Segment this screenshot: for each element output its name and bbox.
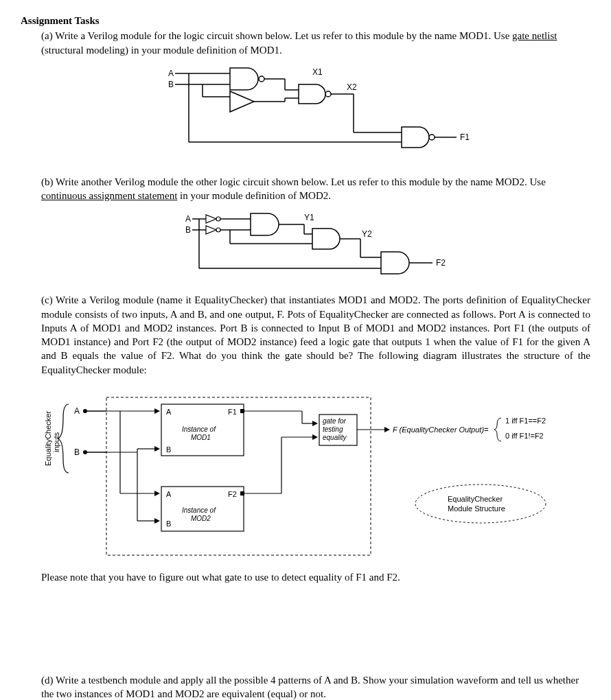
circuit-a-svg: A B X1 X2 xyxy=(127,64,484,167)
c-bubble1: EqualityChecker xyxy=(448,495,503,503)
label-a: A xyxy=(168,69,174,78)
label-a-b: A xyxy=(185,214,191,224)
side-label-2: inputs xyxy=(52,432,60,452)
task-c-label: (c) xyxy=(41,294,53,305)
c-gate3: equality xyxy=(323,434,347,441)
task-c-text: Write a Verilog module (name it Equality… xyxy=(41,294,590,375)
label-y2: Y2 xyxy=(362,229,372,239)
task-b-text-before: Write another Verilog module the other l… xyxy=(54,176,546,187)
c-mod2-name2: MOD2 xyxy=(191,515,211,522)
task-b: (b) Write another Verilog module the oth… xyxy=(41,175,590,203)
c-out-line2: 0 iff F1!=F2 xyxy=(505,432,544,440)
c-mod1-b: B xyxy=(166,445,171,454)
page-title: Assignment Tasks xyxy=(21,14,590,27)
svg-rect-55 xyxy=(240,409,244,413)
svg-point-43 xyxy=(83,450,87,454)
task-b-underlined: continuous assignment statement xyxy=(41,190,177,201)
structure-c-svg: EqualityChecker inputs A B A B F1 Instan… xyxy=(41,384,590,562)
circuit-b-svg: A B Y1 Y2 F2 xyxy=(148,209,463,285)
svg-marker-61 xyxy=(154,491,160,496)
diagram-a: A B X1 X2 xyxy=(21,64,590,167)
c-mod1-name: Instance of xyxy=(182,425,216,433)
label-b-b: B xyxy=(185,225,191,235)
svg-point-19 xyxy=(429,135,435,140)
c-mod1-name2: MOD1 xyxy=(191,434,211,441)
svg-marker-69 xyxy=(312,434,318,440)
task-c-note: Please note that you have to figure out … xyxy=(41,570,590,584)
svg-point-73 xyxy=(415,485,546,523)
svg-point-13 xyxy=(325,91,331,97)
diagram-b: A B Y1 Y2 F2 xyxy=(21,209,590,285)
svg-rect-65 xyxy=(240,491,244,495)
task-d-label: (d) xyxy=(41,675,54,686)
c-mod1-f1: F1 xyxy=(228,408,237,416)
svg-marker-26 xyxy=(206,226,216,234)
label-f1: F1 xyxy=(460,132,470,142)
c-mod1-a: A xyxy=(166,408,172,416)
c-label-b: B xyxy=(74,447,80,457)
svg-marker-59 xyxy=(312,421,318,426)
side-label-1: EqualityChecker xyxy=(44,410,52,465)
svg-marker-63 xyxy=(154,518,160,524)
task-a-text-before: Write a Verilog module for the logic cir… xyxy=(53,30,512,41)
c-gate1: gate for xyxy=(323,417,347,425)
c-out-lead: F (EqualityChecker Output)= xyxy=(393,425,489,434)
svg-marker-72 xyxy=(384,427,390,432)
c-mod2-b: B xyxy=(166,520,171,528)
task-b-label: (b) xyxy=(41,176,54,187)
label-b: B xyxy=(168,80,174,89)
svg-marker-52 xyxy=(154,446,160,452)
label-y1: Y1 xyxy=(304,213,314,222)
c-mod2-a: A xyxy=(166,490,172,498)
diagram-c: EqualityChecker inputs A B A B F1 Instan… xyxy=(41,384,590,562)
svg-marker-47 xyxy=(154,408,160,414)
spacer xyxy=(21,605,590,666)
label-f2: F2 xyxy=(436,258,446,268)
svg-point-5 xyxy=(259,76,264,82)
task-d-text: Write a testbench module and apply all t… xyxy=(41,675,579,699)
svg-marker-22 xyxy=(206,215,216,223)
c-mod2-f2: F2 xyxy=(228,490,237,498)
svg-point-41 xyxy=(83,409,87,413)
task-c: (c) Write a Verilog module (name it Equa… xyxy=(41,293,590,377)
task-a-underlined: gate netlist xyxy=(512,30,557,41)
svg-point-23 xyxy=(216,217,220,221)
task-d: (d) Write a testbench module and apply a… xyxy=(41,673,590,700)
task-b-text-after: in your module definition of MOD2. xyxy=(177,190,331,201)
label-x1: X1 xyxy=(312,67,323,77)
task-a-text-after: (structural modeling) in your module def… xyxy=(41,45,282,56)
task-a-label: (a) xyxy=(41,30,53,41)
svg-marker-6 xyxy=(230,91,254,112)
c-bubble2: Module Structure xyxy=(448,504,505,513)
c-gate2: testing xyxy=(323,425,343,433)
c-mod2-name: Instance of xyxy=(182,506,216,514)
c-out-line1: 1 iff F1==F2 xyxy=(505,417,546,425)
svg-point-27 xyxy=(216,228,220,232)
c-label-a: A xyxy=(74,406,80,416)
label-x2: X2 xyxy=(347,82,357,92)
task-a: (a) Write a Verilog module for the logic… xyxy=(41,29,590,57)
